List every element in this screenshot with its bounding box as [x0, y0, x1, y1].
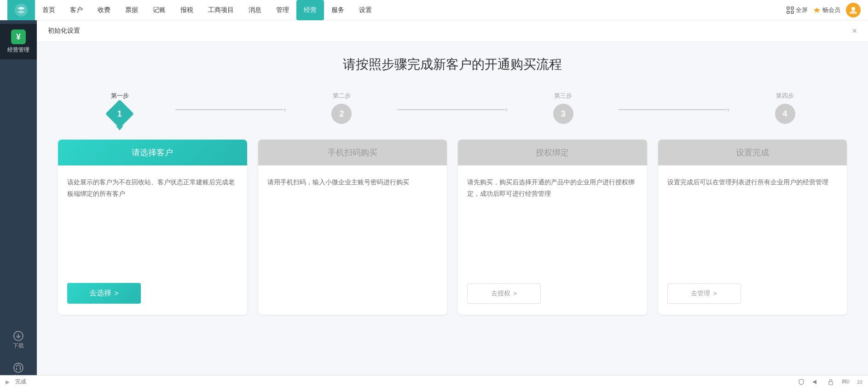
step-1-label: 第一步	[111, 92, 129, 100]
card-1-header: 请选择客户	[58, 140, 247, 165]
card-4-body: 设置完成后可以在管理列表进行所有企业用户的经营管理	[658, 165, 847, 276]
step-4-label: 第四步	[776, 92, 794, 100]
nav-tax[interactable]: 报税	[173, 0, 201, 20]
vip-button[interactable]: 畅会员	[813, 6, 840, 14]
card-4-header: 设置完成	[658, 140, 847, 165]
card-3-body: 请先购买，购买后选择开通的产品中的企业用户进行授权绑定，成功后即可进行经营管理	[458, 165, 647, 276]
go-manage-label: 去管理	[691, 289, 710, 298]
step-4-indicator: 第四步 4	[729, 92, 840, 124]
clock-status: 10	[857, 379, 862, 385]
nav-items: 首页 客户 收费 票据 记账 报税 工商项目 消息 管理 经营 服务 设置	[35, 0, 787, 20]
card-3-header: 授权绑定	[458, 140, 647, 165]
svg-point-8	[14, 363, 23, 372]
nav-settings[interactable]: 设置	[352, 0, 379, 20]
status-text: 完成	[15, 378, 26, 386]
wizard-area: 请按照步骤完成新客户的开通购买流程 第一步 1	[37, 42, 868, 329]
shield-icon	[798, 378, 805, 386]
nav-manage[interactable]: 管理	[269, 0, 296, 20]
card-1-footer: 去选择 >	[58, 276, 247, 315]
go-authorize-arrow: >	[513, 290, 517, 297]
main-layout: ¥ 经营管理 下载 客服 初始化设置 × 请按照步骤完成新客户的开通购买流程	[0, 20, 868, 388]
go-select-button[interactable]: 去选择 >	[67, 283, 141, 304]
yen-icon: ¥	[16, 32, 21, 42]
connector-1-2: ›	[175, 106, 286, 114]
nav-message[interactable]: 消息	[241, 0, 269, 20]
play-button[interactable]: ▶	[6, 379, 10, 385]
step-card-2: 手机扫码购买 请用手机扫码，输入小微企业主账号密码进行购买	[258, 140, 447, 315]
step-1-indicator: 第一步 1	[64, 92, 175, 130]
fullscreen-label: 全屏	[796, 6, 808, 14]
step-card-4: 设置完成 设置完成后可以在管理列表进行所有企业用户的经营管理 去管理 >	[658, 140, 847, 315]
sidebar-operation-label: 经营管理	[7, 46, 29, 54]
connector-3-4: ›	[619, 106, 729, 114]
go-manage-button[interactable]: 去管理 >	[667, 283, 741, 304]
operation-icon: ¥	[11, 29, 26, 44]
wizard-title: 请按照步骤完成新客户的开通购买流程	[55, 56, 850, 73]
breadcrumb-bar: 初始化设置 ×	[37, 20, 868, 42]
card-3-footer: 去授权 >	[458, 276, 647, 315]
svg-point-6	[851, 7, 855, 11]
go-authorize-button[interactable]: 去授权 >	[467, 283, 541, 304]
svg-marker-5	[814, 7, 820, 13]
nav-invoice[interactable]: 票据	[118, 0, 145, 20]
step-3-label: 第三步	[554, 92, 572, 100]
go-authorize-label: 去授权	[491, 289, 510, 298]
lock-icon	[827, 378, 834, 386]
nav-operation[interactable]: 经营	[296, 0, 324, 20]
sidebar-item-operation[interactable]: ¥ 经营管理	[0, 24, 37, 59]
card-2-body: 请用手机扫码，输入小微企业主账号密码进行购买	[258, 165, 447, 296]
card-4-footer: 去管理 >	[658, 276, 847, 315]
svg-rect-4	[791, 11, 793, 13]
nav-right: 全屏 畅会员	[787, 3, 861, 18]
card-2-footer	[258, 296, 447, 315]
svg-rect-3	[787, 11, 789, 13]
sidebar-download[interactable]: 下载	[0, 324, 37, 356]
svg-rect-9	[829, 382, 833, 385]
close-button[interactable]: ×	[852, 27, 857, 35]
network-status: 网0	[842, 378, 850, 385]
vip-label: 畅会员	[822, 6, 840, 14]
nav-fee[interactable]: 收费	[90, 0, 118, 20]
card-2-header: 手机扫码购买	[258, 140, 447, 165]
logo	[7, 0, 35, 20]
go-select-arrow: >	[114, 289, 118, 298]
fullscreen-button[interactable]: 全屏	[787, 6, 808, 14]
nav-customer[interactable]: 客户	[63, 0, 90, 20]
card-1-body: 该处展示的客户为不在回收站、客户状态正常建账后完成老板端绑定的所有客户	[58, 165, 247, 276]
step-2-label: 第二步	[333, 92, 351, 100]
step-3-circle: 3	[553, 104, 573, 124]
breadcrumb: 初始化设置	[48, 27, 80, 35]
sidebar: ¥ 经营管理 下载 客服	[0, 20, 37, 388]
step-card-3: 授权绑定 请先购买，购买后选择开通的产品中的企业用户进行授权绑定，成功后即可进行…	[458, 140, 647, 315]
nav-business[interactable]: 工商项目	[201, 0, 241, 20]
step-card-1: 请选择客户 该处展示的客户为不在回收站、客户状态正常建账后完成老板端绑定的所有客…	[58, 140, 247, 315]
main-content: 初始化设置 × 请按照步骤完成新客户的开通购买流程 第一步 1	[37, 20, 868, 388]
step-1-circle: 1	[105, 100, 134, 128]
sidebar-download-label: 下载	[13, 342, 24, 350]
step-2-indicator: 第二步 2	[286, 92, 397, 124]
nav-home[interactable]: 首页	[35, 0, 63, 20]
top-navigation: 首页 客户 收费 票据 记账 报税 工商项目 消息 管理 经营 服务 设置 全屏…	[0, 0, 868, 20]
volume-icon	[812, 378, 820, 386]
svg-point-0	[15, 4, 28, 17]
svg-rect-2	[791, 7, 793, 9]
go-manage-arrow: >	[713, 290, 717, 297]
step-3-indicator: 第三步 3	[508, 92, 619, 124]
nav-service[interactable]: 服务	[324, 0, 352, 20]
step-2-circle: 2	[331, 104, 352, 124]
status-bar: ▶ 完成 网0 10	[0, 375, 868, 388]
go-select-label: 去选择	[89, 288, 111, 298]
step-4-circle: 4	[775, 104, 795, 124]
status-bar-right: 网0 10	[798, 378, 862, 386]
svg-rect-1	[787, 7, 789, 9]
nav-accounting[interactable]: 记账	[145, 0, 173, 20]
cards-row: 请选择客户 该处展示的客户为不在回收站、客户状态正常建账后完成老板端绑定的所有客…	[55, 140, 850, 315]
connector-2-3: ›	[397, 106, 508, 114]
user-avatar[interactable]	[846, 3, 861, 18]
